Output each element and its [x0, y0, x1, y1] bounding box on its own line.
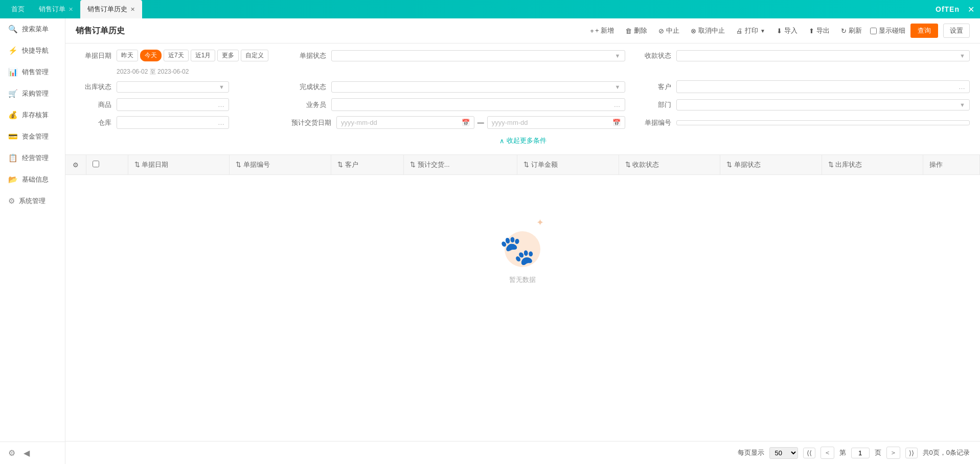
- expected-date-from-input[interactable]: yyyy-mm-dd 📅: [336, 116, 474, 129]
- empty-figure-icon: 🐾: [499, 236, 535, 264]
- cancel-stop-icon: ⊗: [691, 27, 696, 35]
- empty-sparkle-icon: ✦: [536, 217, 544, 228]
- fund-mgmt-icon: 💳: [8, 132, 18, 141]
- stop-button[interactable]: ⊘ 中止: [655, 25, 682, 37]
- window-close-button[interactable]: ✕: [966, 4, 976, 14]
- import-icon: ⬇: [777, 27, 782, 35]
- complete-status-select[interactable]: ▼: [331, 81, 625, 93]
- doc-number-input[interactable]: [676, 120, 970, 125]
- new-button[interactable]: + + 新增: [587, 25, 617, 37]
- sidebar-item-search-menu[interactable]: 🔍 搜索菜单: [0, 18, 65, 40]
- sidebar-item-inventory-calc[interactable]: 💰 库存核算: [0, 104, 65, 126]
- sidebar-item-purchase-mgmt[interactable]: 🛒 采购管理: [0, 83, 65, 104]
- cancel-stop-button[interactable]: ⊗ 取消中止: [688, 25, 728, 37]
- filter-delivery-col: 出库状态 ▼: [76, 81, 290, 93]
- th-doc-status[interactable]: ⇅ 单据状态: [720, 155, 822, 175]
- th-delivery-status[interactable]: ⇅ 出库状态: [822, 155, 923, 175]
- settings-icon[interactable]: ⚙: [8, 448, 15, 458]
- page-number-input[interactable]: [851, 448, 870, 458]
- filter-row-4: 仓库 … 预计交货日期 yyyy-mm-dd 📅 —: [76, 116, 970, 129]
- complete-status-label: 完成状态: [290, 82, 331, 92]
- calendar-from-icon[interactable]: 📅: [462, 119, 470, 126]
- total-text: 共0页，0条记录: [923, 448, 970, 457]
- filter-salesman-col: 业务员 …: [290, 98, 625, 111]
- date-filter-buttons: 昨天 今天 近7天 近1月 更多 自定义: [117, 50, 268, 61]
- pagination-bar: 每页显示 50 10 20 100 ⟨⟨ ＜ 第 页 ＞ ⟩⟩ 共0页，0条记录: [65, 441, 980, 464]
- tab-sales-order-history[interactable]: 销售订单历史 ✕: [80, 0, 142, 18]
- export-button[interactable]: ⬆ 导出: [806, 25, 833, 37]
- delivery-status-select[interactable]: ▼: [117, 81, 229, 93]
- tab-home[interactable]: 首页: [4, 0, 32, 18]
- print-icon: 🖨: [736, 27, 743, 35]
- complete-status-chevron: ▼: [615, 84, 621, 90]
- filter-complete-col: 完成状态 ▼: [290, 81, 625, 93]
- page-last-button[interactable]: ⟩⟩: [905, 448, 918, 458]
- import-button[interactable]: ⬇ 导入: [773, 25, 801, 37]
- customer-input[interactable]: …: [676, 80, 970, 93]
- date-filter-label: 单据日期: [76, 51, 117, 60]
- tab-close-sales-order[interactable]: ✕: [69, 6, 73, 13]
- collapse-up-icon: ∧: [499, 137, 505, 145]
- receipt-status-select[interactable]: ▼: [676, 50, 970, 61]
- sidebar-item-fund-mgmt[interactable]: 💳 资金管理: [0, 126, 65, 147]
- table-body: 🐾 ✦ 暂无数据: [65, 175, 980, 326]
- toolbar: + + 新增 🗑 删除 ⊘ 中止 ⊗ 取消中止 🖨 打印: [587, 24, 970, 38]
- per-page-select[interactable]: 50 10 20 100: [769, 447, 798, 459]
- show-cols-checkbox[interactable]: [870, 28, 877, 34]
- sidebar-item-sales-mgmt[interactable]: 📊 销售管理: [0, 61, 65, 83]
- date-filter-value: 昨天 今天 近7天 近1月 更多 自定义: [117, 50, 290, 61]
- sidebar-item-sys-mgmt[interactable]: ⚙ 系统管理: [0, 190, 65, 212]
- th-customer[interactable]: ⇅ 客户: [331, 155, 403, 175]
- select-all-checkbox[interactable]: [93, 161, 99, 167]
- doc-status-select[interactable]: ▼: [331, 50, 625, 61]
- sidebar-item-quick-nav[interactable]: ⚡ 快捷导航: [0, 40, 65, 61]
- th-receipt-status[interactable]: ⇅ 收款状态: [619, 155, 720, 175]
- warehouse-input[interactable]: …: [117, 116, 229, 129]
- sidebar-item-base-info[interactable]: 📂 基础信息: [0, 169, 65, 190]
- salesman-label: 业务员: [290, 100, 331, 109]
- settings-button[interactable]: 设置: [943, 24, 970, 38]
- refresh-button[interactable]: ↻ 刷新: [838, 25, 865, 37]
- show-cols-checkbox-label[interactable]: 显示碰细: [870, 26, 905, 35]
- date-btn-1month[interactable]: 近1月: [191, 50, 216, 61]
- th-settings[interactable]: ⚙: [65, 155, 86, 175]
- date-btn-more[interactable]: 更多: [217, 50, 239, 61]
- date-btn-today[interactable]: 今天: [140, 50, 162, 61]
- page-prev-button[interactable]: ＜: [821, 447, 834, 459]
- date-btn-custom[interactable]: 自定义: [241, 50, 268, 61]
- settings-gear-icon[interactable]: ⚙: [73, 161, 79, 169]
- delete-icon: 🗑: [625, 27, 632, 35]
- table-wrapper: ⚙ ⇅ 单据日期 ⇅ 单据编号: [65, 155, 980, 441]
- query-button[interactable]: 查询: [910, 24, 938, 38]
- salesman-input[interactable]: …: [331, 98, 625, 111]
- sales-mgmt-icon: 📊: [8, 68, 18, 77]
- empty-state-row: 🐾 ✦ 暂无数据: [65, 175, 980, 326]
- filter-customer-col: 客户 …: [635, 80, 970, 93]
- date-btn-yesterday[interactable]: 昨天: [117, 50, 138, 61]
- th-doc-date[interactable]: ⇅ 单据日期: [128, 155, 230, 175]
- collapse-filter-button[interactable]: ∧ 收起更多条件: [76, 134, 970, 148]
- th-doc-number[interactable]: ⇅ 单据编号: [230, 155, 331, 175]
- sidebar: 🔍 搜索菜单 ⚡ 快捷导航 📊 销售管理 🛒 采购管理 💰 库存核算 💳 资金管…: [0, 18, 65, 464]
- dept-select[interactable]: ▼: [676, 99, 970, 111]
- th-checkbox[interactable]: [86, 155, 128, 175]
- th-expected-date[interactable]: ⇅ 预计交货...: [404, 155, 517, 175]
- top-bar: 首页 销售订单 ✕ 销售订单历史 ✕ OfTEn ✕: [0, 0, 980, 18]
- delete-button[interactable]: 🗑 删除: [622, 25, 650, 37]
- tab-sales-order[interactable]: 销售订单 ✕: [32, 0, 80, 18]
- doc-status-chevron: ▼: [615, 53, 621, 59]
- collapse-sidebar-icon[interactable]: ◀: [24, 448, 30, 458]
- print-button[interactable]: 🖨 打印 ▼: [733, 25, 768, 37]
- goods-input[interactable]: …: [117, 98, 229, 111]
- doc-status-label: 单据状态: [290, 51, 331, 60]
- calendar-to-icon[interactable]: 📅: [612, 119, 621, 126]
- th-order-amount[interactable]: ⇅ 订单金额: [517, 155, 619, 175]
- page-first-button[interactable]: ⟨⟨: [803, 448, 815, 458]
- table-header-row: ⚙ ⇅ 单据日期 ⇅ 单据编号: [65, 155, 980, 175]
- date-btn-7days[interactable]: 近7天: [164, 50, 189, 61]
- expected-date-to-input[interactable]: yyyy-mm-dd 📅: [487, 116, 625, 129]
- tab-close-sales-order-history[interactable]: ✕: [130, 6, 135, 13]
- sidebar-item-ops-mgmt[interactable]: 📋 经营管理: [0, 147, 65, 169]
- content-area: 销售订单历史 + + 新增 🗑 删除 ⊘ 中止 ⊗ 取消中止: [65, 18, 980, 464]
- page-next-button[interactable]: ＞: [886, 447, 900, 459]
